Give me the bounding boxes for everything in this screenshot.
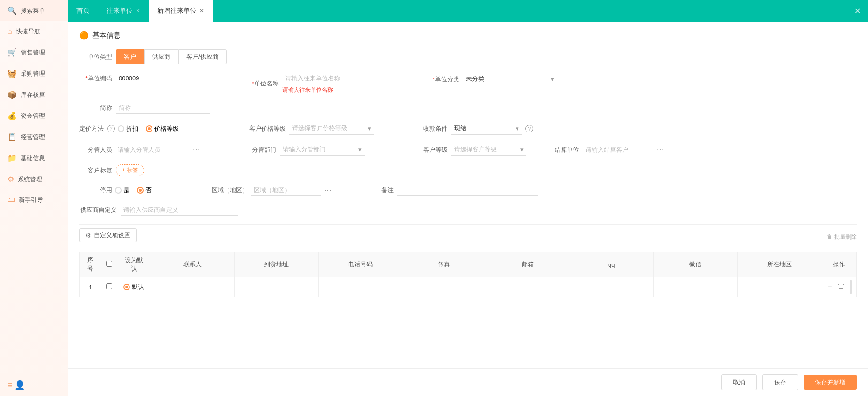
row-qq[interactable]	[570, 277, 654, 297]
contact-input[interactable]	[156, 284, 230, 291]
row-email[interactable]	[486, 277, 570, 297]
add-row-btn[interactable]: +	[826, 281, 834, 291]
add-tag-btn[interactable]: + 标签	[116, 164, 144, 176]
save-button[interactable]: 保存	[762, 374, 798, 390]
cancel-button[interactable]: 取消	[721, 374, 757, 390]
short-name-row: 简称	[79, 102, 857, 114]
customer-price-select[interactable]: 请选择客户价格等级 ▾	[289, 122, 374, 135]
pricing-field: 定价方法 ? 折扣 价格等级	[79, 124, 248, 133]
default-radio[interactable]	[123, 284, 130, 290]
area-field: 区域（地区） ···	[211, 185, 380, 196]
row-phone[interactable]	[318, 277, 402, 297]
pricing-discount[interactable]: 折扣	[118, 124, 138, 133]
settlement-field: 结算单位 ···	[548, 144, 857, 155]
tab-bar: 首页 往来单位 ✕ 新增往来单位 ✕ ✕	[68, 0, 868, 22]
sidebar-item-basic[interactable]: 📁 基础信息	[0, 148, 68, 169]
tab-home[interactable]: 首页	[68, 0, 98, 22]
unit-code-input[interactable]	[116, 73, 210, 84]
row-scrollbar	[850, 280, 852, 294]
disable-label: 停用	[79, 186, 112, 194]
region-input[interactable]	[742, 284, 816, 291]
sidebar-item-guide[interactable]: 🏷 新手引导	[0, 190, 68, 210]
wechat-input[interactable]	[658, 284, 732, 291]
tags-label: 客户标签	[79, 166, 112, 175]
payment-help-icon[interactable]: ?	[525, 125, 533, 132]
row-select-checkbox[interactable]	[106, 283, 112, 289]
discount-radio[interactable]	[118, 125, 124, 132]
row-checkbox[interactable]	[101, 277, 117, 297]
sidebar-bottom: ≡ 👤	[0, 374, 68, 396]
sidebar-item-operation[interactable]: 📋 经营管理	[0, 126, 68, 148]
disable-no[interactable]: 否	[137, 186, 152, 194]
sidebar-item-purchase[interactable]: 🧺 采购管理	[0, 63, 68, 84]
area-more-btn[interactable]: ···	[324, 186, 332, 194]
dept-select[interactable]: 请输入分管部门 ▾	[280, 143, 365, 156]
sidebar-item-sales[interactable]: 🛒 销售管理	[0, 42, 68, 63]
email-input[interactable]	[491, 284, 565, 291]
phone-input[interactable]	[323, 284, 397, 291]
settlement-more-btn[interactable]: ···	[657, 146, 664, 154]
disable-yes-radio[interactable]	[115, 187, 122, 194]
col-phone: 电话号码	[318, 252, 402, 277]
unit-code-label: *单位编码	[79, 74, 112, 83]
row-fax[interactable]	[402, 277, 486, 297]
type-btn-supplier[interactable]: 供应商	[144, 49, 178, 64]
area-input[interactable]	[251, 185, 321, 196]
remark-input[interactable]	[397, 185, 538, 196]
type-btn-customer[interactable]: 客户	[116, 49, 144, 64]
col-action: 操作	[821, 252, 857, 277]
sidebar-expand-icon[interactable]: ≡	[8, 380, 13, 390]
address-input[interactable]	[239, 284, 313, 291]
settlement-input[interactable]	[583, 144, 653, 155]
delete-row-btn[interactable]: 🗑	[836, 281, 847, 291]
gear-icon: ⚙	[85, 232, 91, 239]
sidebar-item-quick-nav[interactable]: ⌂ 快捷导航	[0, 21, 68, 42]
save-new-button[interactable]: 保存并新增	[804, 375, 857, 390]
supplier-custom-row: 供应商自定义	[79, 204, 857, 216]
unit-name-input[interactable]	[282, 73, 386, 84]
short-name-input[interactable]	[116, 102, 210, 114]
remark-field: 备注	[380, 185, 857, 196]
short-name-field: 简称	[79, 102, 248, 114]
dept-dropdown-icon: ▾	[358, 146, 362, 153]
pricing-price-level[interactable]: 价格等级	[146, 124, 179, 133]
sidebar-item-search[interactable]: 🔍 搜索菜单	[0, 0, 68, 21]
sidebar-item-inventory[interactable]: 📦 库存核算	[0, 84, 68, 105]
guide-icon: 🏷	[8, 196, 15, 204]
tab-partners[interactable]: 往来单位 ✕	[98, 0, 149, 22]
type-btn-both[interactable]: 客户/供应商	[178, 49, 227, 64]
select-all-checkbox[interactable]	[106, 261, 112, 267]
disable-no-radio[interactable]	[137, 187, 144, 194]
fax-input[interactable]	[407, 284, 481, 291]
unit-type-row: 单位类型 客户 供应商 客户/供应商	[79, 49, 857, 64]
close-new-partner-tab[interactable]: ✕	[199, 8, 204, 14]
col-contact: 联系人	[151, 252, 235, 277]
sidebar-item-finance[interactable]: 💰 资金管理	[0, 105, 68, 126]
disable-area-remark-row: 停用 是 否 区域（地区） ··· 备注	[79, 185, 857, 196]
qq-input[interactable]	[575, 284, 649, 291]
batch-delete-btn[interactable]: 🗑 批量删除	[827, 233, 857, 241]
col-qq: qq	[570, 252, 654, 277]
manager-input[interactable]	[115, 144, 190, 155]
manager-more-btn[interactable]: ···	[193, 146, 200, 154]
close-partners-tab[interactable]: ✕	[136, 8, 140, 14]
sidebar-user-icon[interactable]: 👤	[15, 380, 25, 390]
unit-category-select[interactable]: 未分类 ▾	[463, 73, 557, 85]
row-wechat[interactable]	[654, 277, 738, 297]
tab-new-partner[interactable]: 新增往来单位 ✕	[149, 0, 213, 22]
supplier-custom-input[interactable]	[121, 204, 238, 216]
row-address[interactable]	[235, 277, 319, 297]
pricing-radio-group: 折扣 价格等级	[118, 124, 179, 133]
custom-settings-btn[interactable]: ⚙ 自定义项设置	[79, 228, 137, 242]
pricing-help-icon[interactable]: ?	[107, 125, 115, 132]
row-region[interactable]	[737, 277, 821, 297]
row-contact[interactable]	[151, 277, 235, 297]
price-level-radio[interactable]	[146, 125, 152, 132]
payment-select[interactable]: 现结 ▾	[451, 122, 522, 135]
customer-level-select[interactable]: 请选择客户等级 ▾	[451, 143, 526, 156]
sidebar-item-system[interactable]: ⚙ 系统管理	[0, 169, 68, 190]
supplier-custom-field: 供应商自定义	[79, 204, 857, 216]
unit-name-label: *单位名称	[248, 79, 279, 88]
disable-yes[interactable]: 是	[115, 186, 129, 194]
close-all-tabs[interactable]: ✕	[847, 7, 868, 16]
